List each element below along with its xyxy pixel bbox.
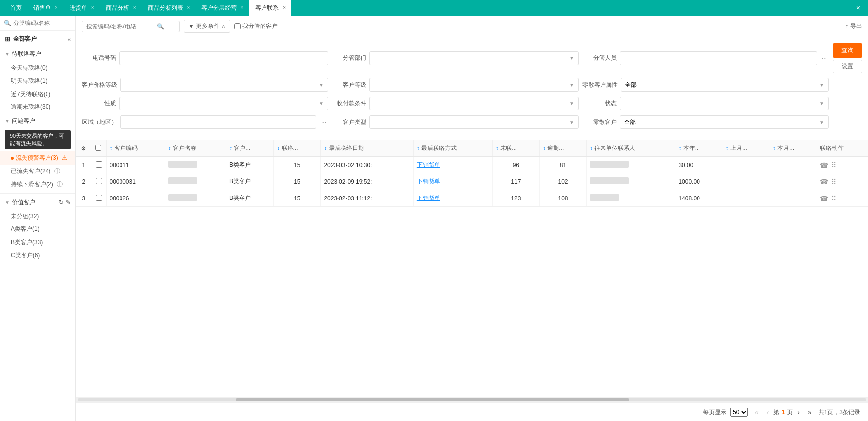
close-icon[interactable]: ×: [91, 0, 94, 16]
sort-icon[interactable]: ↕: [277, 145, 280, 151]
contact-icon[interactable]: ☎: [820, 161, 828, 169]
filter-retail-customer: 零散客户 全部 ▼: [582, 115, 829, 129]
settings-button[interactable]: 设置: [833, 60, 862, 73]
sort-icon[interactable]: ↕: [168, 145, 171, 151]
per-page-select[interactable]: 50: [730, 408, 748, 417]
payment-select[interactable]: ▼: [369, 97, 579, 110]
retail-customer-select[interactable]: 全部 ▼: [620, 115, 829, 129]
prev-page-btn[interactable]: ‹: [764, 407, 772, 417]
nav-tab-purchase[interactable]: 进货单 ×: [64, 0, 100, 16]
method-link-2[interactable]: 下销货单: [417, 178, 440, 185]
contact-icon[interactable]: ☎: [820, 178, 828, 186]
select-all-checkbox[interactable]: [95, 145, 101, 151]
sort-icon[interactable]: ↕: [417, 145, 420, 151]
sidebar-group-value-header[interactable]: ▼ 价值客户 ↻ ✎: [0, 196, 75, 210]
chevron-down-icon: ▼: [319, 82, 324, 88]
select-all-header[interactable]: [92, 140, 106, 157]
more-actions-icon[interactable]: ⠿: [831, 161, 836, 169]
gear-icon[interactable]: ⚙: [81, 145, 86, 152]
main-search-input[interactable]: [86, 23, 155, 30]
nav-tab-customer-tier[interactable]: 客户分层经营 ×: [195, 0, 249, 16]
sort-icon[interactable]: ↕: [773, 145, 776, 151]
gear-header[interactable]: ⚙: [76, 140, 92, 157]
more-icon[interactable]: ···: [820, 55, 829, 62]
first-page-btn[interactable]: «: [752, 407, 762, 417]
sort-icon[interactable]: ↕: [496, 145, 499, 151]
more-actions-icon[interactable]: ⠿: [831, 195, 836, 202]
row-checkbox-1[interactable]: [92, 157, 106, 173]
sort-icon[interactable]: ↕: [678, 145, 681, 151]
table-row: 3 000026 B类客户 15 2023-02-03 11:12: 下销货单 …: [76, 190, 868, 207]
sort-icon[interactable]: ↕: [590, 145, 593, 151]
sidebar-item-a-class[interactable]: A类客户(1): [0, 223, 75, 236]
search-icon[interactable]: 🔍: [157, 23, 164, 30]
method-link-3[interactable]: 下销货单: [417, 195, 440, 201]
customer-type-select[interactable]: ▼: [369, 115, 579, 129]
sidebar-item-overdue[interactable]: 逾期未联络(30): [0, 100, 75, 114]
th-last-month: ↕ 上月...: [723, 140, 770, 157]
sidebar-group-problem-header[interactable]: ▼ 问题客户: [0, 114, 75, 128]
sidebar-search-input[interactable]: [13, 20, 72, 26]
row-overdue-3: 108: [539, 190, 586, 207]
nature-select[interactable]: ▼: [119, 97, 328, 110]
my-customers-check[interactable]: [234, 23, 241, 29]
sidebar-group-problem: ▼ 问题客户 90天未交易的客户，可能有流失风险。 流失预警客户(3) ⚠ 已流…: [0, 114, 75, 191]
export-btn[interactable]: ↑ 导出: [845, 22, 862, 30]
sidebar-item-churn-warning[interactable]: 流失预警客户(3) ⚠: [0, 151, 75, 165]
region-input[interactable]: [120, 115, 316, 129]
close-icon[interactable]: ×: [133, 0, 136, 16]
more-actions-icon[interactable]: ⠿: [831, 178, 836, 186]
sidebar-group-pending-header[interactable]: ▼ 待联络客户: [0, 47, 75, 61]
price-level-select[interactable]: ▼: [120, 78, 328, 92]
close-icon[interactable]: ×: [187, 0, 190, 16]
th-last-date: ↕ 最后联络日期: [321, 140, 413, 157]
close-icon[interactable]: ×: [241, 0, 243, 16]
edit-icon[interactable]: ✎: [66, 199, 71, 206]
refresh-icon[interactable]: ↻: [59, 199, 64, 206]
nav-tab-analysis[interactable]: 商品分析 ×: [100, 0, 142, 16]
sort-icon[interactable]: ↕: [229, 145, 232, 151]
sidebar-item-today[interactable]: 今天待联络(0): [0, 61, 75, 74]
per-page-label: 每页显示: [703, 408, 726, 417]
last-page-btn[interactable]: »: [805, 407, 815, 417]
close-icon[interactable]: ×: [55, 0, 58, 16]
nav-tab-customer-contact[interactable]: 客户联系 ×: [249, 0, 291, 16]
window-close-button[interactable]: ×: [852, 4, 864, 12]
nav-tab-home[interactable]: 首页: [4, 0, 27, 16]
method-link-1[interactable]: 下销货单: [417, 161, 440, 168]
row-checkbox-2[interactable]: [92, 173, 106, 190]
more-icon[interactable]: ···: [319, 119, 328, 125]
customer-level-select[interactable]: ▼: [369, 78, 579, 92]
sort-icon[interactable]: ↕: [543, 145, 546, 151]
sidebar-item-declining[interactable]: 持续下滑客户(2) ⓘ: [0, 178, 75, 191]
sidebar-item-b-class[interactable]: B类客户(33): [0, 236, 75, 249]
sidebar-item-tomorrow[interactable]: 明天待联络(1): [0, 74, 75, 88]
row-contact-1: 15: [274, 157, 321, 173]
contact-icon[interactable]: ☎: [820, 195, 828, 202]
horizontal-scrollbar[interactable]: [76, 397, 868, 403]
dept-select[interactable]: ▼: [369, 51, 579, 65]
close-icon[interactable]: ×: [283, 0, 286, 16]
more-conditions-btn[interactable]: ▼ 更多条件 ∧: [184, 20, 230, 33]
nav-tab-sales[interactable]: 销售单 ×: [27, 0, 64, 16]
nav-tab-analysis-list[interactable]: 商品分析列表 ×: [142, 0, 196, 16]
phone-input[interactable]: [119, 51, 328, 65]
row-checkbox-3[interactable]: [92, 190, 106, 207]
sort-icon[interactable]: ↕: [726, 145, 729, 151]
sidebar-item-c-class[interactable]: C类客户(6): [0, 249, 75, 262]
query-button[interactable]: 查询: [833, 43, 862, 58]
table-scroll[interactable]: ⚙ ↕ 客户编码 ↕ 客户名称: [76, 140, 868, 397]
chevron-down-icon: ▼: [569, 55, 574, 61]
manager-input[interactable]: [620, 51, 817, 65]
sidebar-item-churned[interactable]: 已流失客户(24) ⓘ: [0, 165, 75, 178]
sort-icon[interactable]: ↕: [324, 145, 327, 151]
collapse-icon[interactable]: «: [68, 36, 71, 42]
retail-attr-select[interactable]: 全部 ▼: [621, 78, 829, 92]
sidebar-item-week[interactable]: 近7天待联络(0): [0, 88, 75, 101]
status-select[interactable]: ▼: [620, 97, 829, 110]
next-page-btn[interactable]: ›: [795, 407, 803, 417]
sort-icon[interactable]: ↕: [110, 145, 113, 151]
sidebar-item-ungroup[interactable]: 未分组(32): [0, 210, 75, 223]
my-customers-checkbox[interactable]: 我分管的客户: [234, 22, 278, 30]
scrollbar-thumb[interactable]: [236, 398, 630, 401]
